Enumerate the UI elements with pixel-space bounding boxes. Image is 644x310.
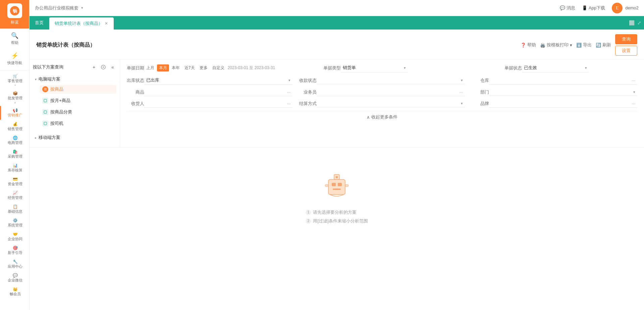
tree-group-mobile-label[interactable]: ▸ 移动端方案: [33, 133, 116, 142]
top-header: 办公用品行业模拟账套 ▾ 💬 消息 📱 App下载 E demo2: [30, 0, 644, 16]
sidebar-item-retail[interactable]: 🛒 零售管理 ▾: [0, 72, 29, 89]
date-tab-more[interactable]: 更多: [198, 64, 210, 71]
payment-method-select[interactable]: ▾: [317, 100, 465, 107]
quicknav-icon: ⚡: [11, 52, 18, 59]
sidebar-item-wechat[interactable]: 💬 企业微信: [0, 271, 29, 285]
payment-status-select[interactable]: ▾: [317, 77, 465, 84]
scheme-collapse-icon[interactable]: «: [109, 63, 116, 71]
department-chevron: ▾: [633, 90, 635, 94]
tree-leaf-by-cashier-item[interactable]: 按司机: [40, 119, 116, 128]
doc-status-select[interactable]: 已生效 ▾: [522, 63, 589, 72]
tab-restore-icon[interactable]: ⬜: [629, 20, 635, 25]
sidebar-item-finance[interactable]: 💳 资金管理: [0, 175, 29, 189]
template-print-btn[interactable]: 🖨️ 按模板打印 ▾: [540, 42, 572, 48]
date-tab-lastmonth[interactable]: 上月: [144, 64, 156, 71]
svg-rect-3: [44, 99, 47, 102]
date-range: 2023-03-01 至 2023-03-31: [228, 65, 275, 71]
app-logo-icon: 畅: [7, 3, 22, 18]
user-area[interactable]: E demo2: [612, 3, 639, 13]
tree-leaf-by-cashier: 按司机: [40, 118, 116, 129]
sidebar-item-operation[interactable]: 📈 经营管理: [0, 189, 29, 202]
salesperson-dots[interactable]: ···: [459, 90, 463, 95]
chevron-up-icon: ▲: [14, 101, 17, 104]
receiver-input[interactable]: ···: [144, 100, 292, 108]
tree-leaf-by-month-product-item[interactable]: 按月+商品: [40, 96, 116, 105]
app-name: 办公用品行业模拟账套: [35, 5, 78, 11]
tab-sales-stat[interactable]: 销货单统计表（按商品） ✕: [49, 17, 114, 30]
tab-maximize-icon[interactable]: ⤢: [637, 20, 641, 25]
tab-close-icon[interactable]: ✕: [105, 21, 108, 26]
marketing-icon: 📢: [13, 108, 18, 113]
export-icon: ⬇️: [576, 43, 582, 48]
sidebar-item-purchase[interactable]: 🛍️ 采购管理: [0, 147, 29, 161]
enterprise-icon: 🤝: [13, 232, 18, 237]
date-tab-thisyear[interactable]: 本年: [170, 64, 182, 71]
download-btn[interactable]: 📱 App下载: [582, 5, 605, 11]
tree-leaf-by-product-item[interactable]: 按 按商品: [40, 85, 116, 94]
scheme-actions: + «: [90, 63, 116, 71]
query-button[interactable]: 查询: [615, 34, 637, 44]
sidebar: 畅 标蓝 🔍 帮助 ⚡ 快捷导航 🛒 零售管理 ▾ 📦 批发管理 ▲ 📢 营销推…: [0, 0, 30, 310]
sidebar-item-system[interactable]: ⚙️ 系统管理: [0, 216, 29, 230]
scheme-edit-icon[interactable]: [100, 63, 107, 71]
by-category-icon: [42, 109, 48, 115]
tree-leaf-by-category: 按商品分类: [40, 106, 116, 118]
svg-rect-13: [325, 185, 328, 187]
sidebar-item-enterprise[interactable]: 🤝 企业协同: [0, 230, 29, 244]
by-month-product-icon: [42, 98, 48, 104]
date-tab-thismonth[interactable]: 本月: [157, 64, 169, 71]
tree-group-desktop-label[interactable]: ▾ 电脑端方案: [33, 75, 116, 84]
date-tab-custom[interactable]: 自定义: [210, 64, 226, 71]
department-select[interactable]: ▾: [489, 89, 637, 96]
payment-method-chevron: ▾: [461, 101, 463, 106]
by-cashier-icon: [42, 120, 48, 126]
message-icon: 💬: [560, 5, 565, 10]
doc-type-select[interactable]: 销货单 ▾: [341, 63, 408, 72]
brand-input[interactable]: ···: [489, 100, 637, 108]
svg-rect-9: [333, 189, 341, 190]
filter-right-panel: 单据日期 上月 本月 本年 近7天 更多 自定义 2023-03-01 至 20…: [120, 59, 644, 147]
sidebar-item-member[interactable]: 👑 畅会员: [0, 285, 29, 299]
date-tab-7days[interactable]: 近7天: [182, 64, 197, 71]
doc-type-chevron: ▾: [404, 66, 406, 70]
sidebar-item-search[interactable]: 🔍 帮助: [0, 29, 29, 49]
empty-tip-2: 2 用[过滤]条件来缩小分析范围: [306, 217, 368, 225]
sidebar-item-inventory[interactable]: 📊 库存核算: [0, 161, 29, 175]
avatar: E: [612, 3, 623, 13]
wholesale-icon: 📦: [13, 91, 18, 96]
sidebar-item-apps[interactable]: 🔧 应用中心: [0, 257, 29, 271]
out-status-select[interactable]: 已出库 ▾: [144, 76, 292, 85]
export-btn[interactable]: ⬇️ 导出: [576, 42, 592, 48]
apps-icon: 🔧: [13, 259, 18, 264]
out-status-label: 出库状态: [127, 78, 144, 84]
doc-type-label: 单据类型: [323, 65, 341, 71]
settings-button[interactable]: 设置: [615, 46, 637, 56]
sidebar-item-quicknav[interactable]: ⚡ 快捷导航: [0, 49, 29, 69]
receiver-dots[interactable]: ···: [287, 101, 290, 106]
filter-collapse-btn[interactable]: ∧ 收起更多条件: [127, 111, 637, 123]
tab-home[interactable]: 首页: [30, 16, 49, 30]
sidebar-item-sales[interactable]: 💰 销售管理: [0, 120, 29, 134]
tree-leaf-by-category-item[interactable]: 按商品分类: [40, 108, 116, 116]
sidebar-item-ecommerce[interactable]: 🌐 电商管理: [0, 134, 29, 147]
retail-icon: 🛒: [13, 74, 18, 79]
message-btn[interactable]: 💬 消息: [560, 5, 575, 11]
out-status-chevron: ▾: [288, 78, 290, 83]
brand-dots[interactable]: ···: [632, 101, 635, 106]
scheme-add-icon[interactable]: +: [90, 63, 98, 71]
sidebar-item-wholesale[interactable]: 📦 批发管理 ▲: [0, 89, 29, 106]
warehouse-input[interactable]: ···: [489, 76, 637, 85]
empty-illustration: [320, 168, 354, 201]
warehouse-dots[interactable]: ···: [632, 78, 635, 83]
purchase-icon: 🛍️: [13, 149, 18, 154]
sidebar-item-newbie[interactable]: 🎯 新手引导: [0, 244, 29, 257]
svg-text:畅: 畅: [12, 8, 17, 13]
sidebar-item-marketing[interactable]: 📢 营销推广: [0, 106, 29, 120]
salesperson-input[interactable]: ···: [317, 88, 465, 96]
help-btn[interactable]: ❓ 帮助: [521, 42, 536, 48]
sidebar-item-basic[interactable]: 📋 基础信息: [0, 202, 29, 216]
payment-status-field: 收款状态 ▾: [299, 77, 465, 84]
refresh-btn[interactable]: 🔄 刷新: [596, 42, 611, 48]
product-dots[interactable]: ···: [287, 90, 290, 95]
product-input[interactable]: ···: [144, 88, 292, 96]
